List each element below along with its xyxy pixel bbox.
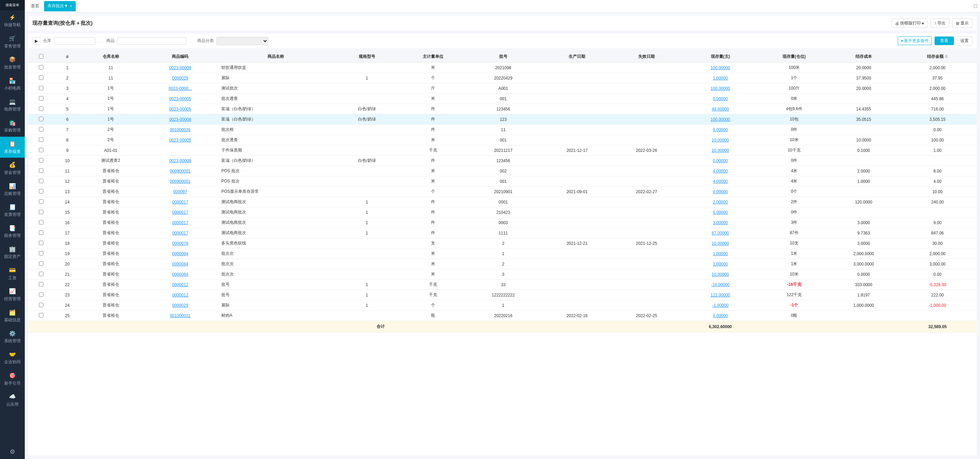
row-checkbox-16[interactable] — [39, 230, 43, 235]
qty-link-21[interactable]: -16.00000 — [711, 282, 730, 287]
table-scroll[interactable]: # 仓库名称 商品编码 商品名称 规格型号 主计量单位 批号 生产日期 失效日期… — [28, 51, 977, 456]
qty-link-1[interactable]: 1.00000 — [713, 76, 728, 81]
settings-gear-icon[interactable]: ⚙ — [0, 445, 25, 459]
info-icon[interactable]: ① — [945, 54, 948, 59]
qty-link-10[interactable]: 4.00000 — [713, 169, 728, 174]
qty-link-19[interactable]: 1.00000 — [713, 262, 728, 266]
sidebar-item-invoice[interactable]: 🧾发票管理 — [0, 200, 25, 221]
code-link-24[interactable]: 001000031 — [170, 313, 190, 318]
qty-link-3[interactable]: 0.00000 — [713, 96, 728, 101]
search-button[interactable]: 查看 — [935, 37, 954, 45]
row-checkbox-22[interactable] — [39, 292, 43, 297]
row-checkbox-11[interactable] — [39, 179, 43, 183]
code-link-22[interactable]: 0000012 — [172, 293, 188, 298]
row-checkbox-10[interactable] — [39, 168, 43, 173]
close-tab-button[interactable]: ✕ — [70, 4, 72, 8]
row-checkbox-6[interactable] — [39, 127, 43, 132]
code-link-21[interactable]: 0000012 — [172, 282, 188, 287]
export-button[interactable]: ↑ 导出 — [931, 19, 949, 28]
sidebar-item-tax[interactable]: 📑税务管理 — [0, 221, 25, 242]
qty-link-22[interactable]: 122.00000 — [711, 293, 730, 298]
qty-link-14[interactable]: 0.00000 — [713, 210, 728, 215]
code-link-16[interactable]: 0000017 — [172, 231, 188, 236]
qty-link-7[interactable]: 10.00000 — [712, 138, 729, 143]
code-link-11[interactable]: 000900001 — [170, 179, 190, 184]
expand-conditions-button[interactable]: ▾ 展开更多条件 — [898, 37, 932, 45]
code-link-6[interactable]: 001000026 — [170, 128, 190, 132]
qty-link-12[interactable]: 0.00000 — [713, 190, 728, 194]
qty-link-17[interactable]: 10.00000 — [712, 241, 729, 246]
qty-link-0[interactable]: 100.00000 — [711, 65, 730, 70]
sidebar-item-fixed-assets[interactable]: 🏢固定资产 — [0, 242, 25, 263]
home-tab[interactable]: 首页 — [27, 2, 43, 10]
row-checkbox-13[interactable] — [39, 199, 43, 204]
code-link-19[interactable]: 0000084 — [172, 262, 188, 266]
code-link-9[interactable]: 0023-00008 — [169, 158, 191, 163]
maximize-button[interactable]: □ — [974, 3, 977, 9]
code-link-2[interactable]: 0023-0000... — [169, 86, 192, 91]
sidebar-item-sales[interactable]: 🛒零售管理 — [0, 31, 25, 53]
qty-link-23[interactable]: -1.00000 — [712, 303, 729, 308]
qty-link-18[interactable]: 1.00000 — [713, 251, 728, 256]
row-checkbox-19[interactable] — [39, 261, 43, 266]
qty-link-15[interactable]: 3.00000 — [713, 220, 728, 225]
sidebar-item-payroll[interactable]: 💳工资 — [0, 263, 25, 284]
row-checkbox-3[interactable] — [39, 96, 43, 100]
sidebar-item-batch[interactable]: 📦批发管理 — [0, 53, 25, 73]
qty-link-9[interactable]: 0.00000 — [713, 158, 728, 163]
code-link-4[interactable]: 0023-00005 — [169, 107, 191, 112]
qty-link-6[interactable]: 0.00000 — [713, 128, 728, 132]
qty-link-11[interactable]: 4.00000 — [713, 179, 728, 184]
sidebar-item-base[interactable]: 🗂️基础信息 — [0, 305, 25, 327]
qty-link-16[interactable]: 87.00000 — [712, 231, 729, 236]
sidebar-item-newbie[interactable]: 🎯新手引导 — [0, 368, 25, 389]
qty-link-24[interactable]: 0.00000 — [713, 313, 728, 318]
row-checkbox-8[interactable] — [39, 148, 43, 152]
row-checkbox-18[interactable] — [39, 251, 43, 255]
sidebar-item-mini-shop[interactable]: 🏪小积电商 — [0, 74, 25, 95]
sidebar-item-assets[interactable]: 💰资金管理 — [0, 158, 25, 179]
qty-link-4[interactable]: 49.60000 — [712, 107, 729, 112]
select-all-checkbox[interactable] — [39, 54, 43, 59]
code-link-12[interactable]: 000097 — [173, 190, 187, 194]
code-link-20[interactable]: 0000084 — [172, 272, 188, 277]
sidebar-item-inventory[interactable]: 📋库存核查 — [0, 137, 25, 158]
sidebar-item-quick-nav[interactable]: ⚡快捷导航 — [0, 10, 25, 31]
row-checkbox-7[interactable] — [39, 137, 43, 142]
row-checkbox-1[interactable] — [39, 75, 43, 80]
qty-link-13[interactable]: 2.00000 — [713, 200, 728, 204]
row-checkbox-4[interactable] — [39, 107, 43, 111]
code-link-1[interactable]: 0000029 — [172, 76, 188, 81]
display-button[interactable]: ⊞ 显示 — [952, 19, 972, 28]
row-checkbox-23[interactable] — [39, 303, 43, 307]
row-checkbox-15[interactable] — [39, 220, 43, 225]
row-checkbox-20[interactable] — [39, 272, 43, 276]
row-checkbox-17[interactable] — [39, 241, 43, 245]
code-link-3[interactable]: 0023-00005 — [169, 96, 191, 101]
sidebar-item-purchase[interactable]: 🛍️采购管理 — [0, 116, 25, 137]
row-checkbox-5[interactable] — [39, 117, 43, 121]
row-checkbox-21[interactable] — [39, 282, 43, 287]
sidebar-item-cloud[interactable]: ☁️云应用 — [0, 389, 25, 410]
row-checkbox-2[interactable] — [39, 86, 43, 90]
category-select[interactable] — [216, 37, 268, 45]
qty-link-5[interactable]: 100.00000 — [711, 117, 730, 122]
print-button[interactable]: 🖨 按模版打印 ▾ — [891, 19, 928, 28]
code-link-10[interactable]: 000900001 — [170, 169, 190, 174]
warehouse-input[interactable] — [54, 37, 95, 45]
code-link-15[interactable]: 0000017 — [172, 220, 188, 225]
code-link-23[interactable]: 0000029 — [172, 303, 188, 308]
row-checkbox-24[interactable] — [39, 313, 43, 317]
filter-toggle-button[interactable]: ▶ — [32, 37, 40, 45]
set-button[interactable]: 设置 — [956, 36, 972, 45]
code-link-0[interactable]: 0023-00009 — [169, 65, 191, 70]
code-link-18[interactable]: 0000084 — [172, 251, 188, 256]
code-link-7[interactable]: 0023-00005 — [169, 138, 191, 143]
sidebar-item-ops[interactable]: 📈经营管理 — [0, 284, 25, 305]
row-checkbox-0[interactable] — [39, 65, 43, 70]
code-link-13[interactable]: 0000017 — [172, 200, 188, 204]
sidebar-item-general[interactable]: 📊总账管理 — [0, 179, 25, 200]
row-checkbox-12[interactable] — [39, 189, 43, 193]
product-input[interactable] — [118, 37, 186, 45]
row-checkbox-9[interactable] — [39, 158, 43, 163]
